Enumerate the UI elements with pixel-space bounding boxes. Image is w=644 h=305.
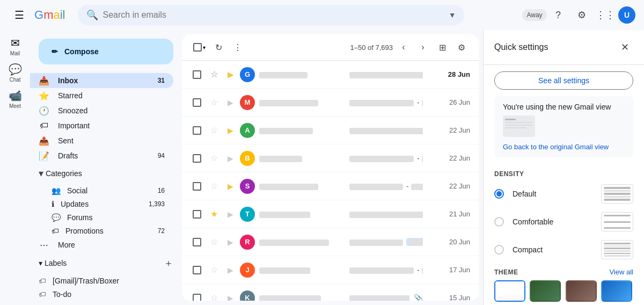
sidebar-item-promotions[interactable]: 🏷 Promotions 72 (30, 224, 173, 237)
row-star-button[interactable]: ☆ (208, 236, 221, 249)
table-row[interactable]: ☆ ▶ S 22 Jun (182, 172, 479, 200)
sender-name (259, 154, 345, 163)
chat-nav-item[interactable]: 💬 Chat (4, 61, 26, 85)
sidebar-label-trash-boxer[interactable]: 🏷 [Gmail]/Trash/Boxer (30, 274, 173, 287)
table-row[interactable]: ☆ ▶ A 22 Jun (182, 117, 479, 144)
compose-button[interactable]: ✏ Compose (39, 39, 173, 64)
row-important-button[interactable]: ▶ (225, 125, 236, 136)
row-checkbox[interactable] (191, 236, 203, 249)
sidebar-item-drafts[interactable]: 📝 Drafts 94 (30, 148, 173, 163)
prev-page-button[interactable]: ‹ (395, 39, 412, 56)
row-checkbox[interactable] (191, 208, 203, 221)
support-button[interactable]: ? (547, 4, 569, 26)
row-important-button[interactable]: ▶ (225, 293, 236, 301)
add-label-button[interactable]: ＋ (164, 257, 173, 270)
checkbox-box (193, 294, 201, 301)
go-back-original-link[interactable]: Go back to the original Gmail view (503, 143, 625, 151)
search-bar[interactable]: 🔍 ▼ (78, 5, 464, 25)
row-star-button[interactable]: ☆ (208, 96, 221, 109)
sidebar-item-updates[interactable]: ℹ Updates 1,393 (30, 197, 173, 210)
avatar: T (240, 207, 255, 222)
refresh-button[interactable]: ↻ (210, 39, 227, 56)
row-important-button[interactable]: ▶ (225, 209, 236, 220)
search-options-icon[interactable]: ▼ (449, 11, 456, 19)
email-snippet (417, 154, 423, 163)
avatar: K (240, 291, 255, 301)
row-star-button[interactable]: ☆ (208, 180, 221, 193)
theme-item-nature2[interactable] (566, 280, 597, 302)
see-all-settings-button[interactable]: See all settings (494, 71, 633, 90)
sidebar-item-inbox[interactable]: 📥 Inbox 31 (30, 73, 173, 88)
density-option-default[interactable]: Default (484, 180, 644, 208)
density-option-compact[interactable]: Compact (484, 236, 644, 264)
sidebar-item-starred[interactable]: ⭐ Starred (30, 88, 173, 103)
snoozed-label: Snoozed (58, 106, 165, 115)
row-important-button[interactable]: ▶ (225, 181, 236, 192)
row-important-button[interactable]: ▶ (225, 153, 236, 164)
row-checkbox[interactable] (191, 152, 203, 165)
email-date: 22 Jun (427, 154, 470, 162)
forums-label: Forums (67, 213, 92, 222)
row-important-button[interactable]: ▶ (225, 97, 236, 108)
row-important-button[interactable]: ▶ (225, 69, 236, 80)
row-star-button[interactable]: ☆ (208, 124, 221, 137)
email-snippet (417, 266, 423, 274)
row-important-button[interactable]: ▶ (225, 237, 236, 248)
row-star-button[interactable]: ☆ (208, 264, 221, 277)
subject-snippet (349, 126, 423, 135)
row-checkbox[interactable] (191, 96, 203, 109)
quick-settings-toggle[interactable]: ⚙ (453, 39, 470, 56)
table-row[interactable]: ★ ▶ T 21 Jun (182, 200, 479, 228)
table-row[interactable]: ☆ ▶ G 28 Jun (182, 61, 479, 89)
view-all-themes-button[interactable]: View all (609, 268, 633, 276)
row-important-button[interactable]: ▶ (225, 265, 236, 275)
table-row[interactable]: ☆ ▶ M 26 Jun (182, 89, 479, 117)
table-row[interactable]: ☆ ▶ K 📎 15 Jun (182, 284, 479, 301)
sidebar-item-social[interactable]: 👥 Social 16 (30, 184, 173, 197)
select-dropdown-icon[interactable]: ▾ (203, 45, 206, 50)
apps-button[interactable]: ⋮⋮ (595, 4, 616, 26)
avatar[interactable]: U (618, 6, 635, 24)
inbox-type-button[interactable]: ⊞ (434, 39, 451, 56)
row-checkbox[interactable] (191, 180, 203, 193)
sidebar-item-forums[interactable]: 💬 Forums (30, 210, 173, 224)
sidebar-label-todo[interactable]: 🏷 To-do (30, 287, 173, 301)
categories-section-header[interactable]: ▾ Categories (30, 163, 182, 184)
density-option-comfortable[interactable]: Comfortable (484, 208, 644, 236)
menu-button[interactable]: ☰ (9, 4, 30, 26)
row-checkbox[interactable] (191, 292, 203, 301)
table-row[interactable]: ☆ ▶ R 20 Jun (182, 228, 479, 256)
settings-button[interactable]: ⚙ (571, 4, 592, 26)
row-checkbox[interactable] (191, 124, 203, 137)
row-checkbox[interactable] (191, 264, 203, 277)
sidebar-item-important[interactable]: 🏷 Important (30, 118, 173, 133)
more-options-button[interactable]: ⋮ (229, 39, 246, 56)
row-star-button[interactable]: ☆ (208, 292, 221, 301)
row-star-button[interactable]: ☆ (208, 152, 221, 165)
table-row[interactable]: ☆ ▶ B 22 Jun (182, 144, 479, 172)
theme-item-colorful1[interactable] (601, 280, 632, 302)
compose-label: Compose (64, 47, 99, 56)
meet-nav-icon[interactable]: 📹 Meet (4, 87, 26, 111)
important-nav-icon: 🏷 (39, 120, 49, 131)
theme-item-nature1[interactable] (530, 280, 561, 302)
drafts-label: Drafts (58, 151, 149, 160)
theme-item-light[interactable] (494, 280, 525, 302)
row-star-button[interactable]: ☆ (208, 68, 221, 81)
sidebar-item-sent[interactable]: 📤 Sent (30, 133, 173, 148)
sidebar-item-snoozed[interactable]: 🕐 Snoozed (30, 103, 173, 118)
email-subject (349, 182, 403, 191)
table-row[interactable]: ☆ ▶ J 17 Jun (182, 256, 479, 284)
away-status-button[interactable]: Away (524, 4, 545, 26)
search-input[interactable] (103, 10, 444, 20)
sidebar-item-more[interactable]: ⋯ More (30, 237, 173, 252)
quick-settings-close-button[interactable]: ✕ (616, 39, 633, 56)
gmail-view-title: You're using the new Gmail view (503, 103, 625, 111)
row-star-button[interactable]: ★ (208, 208, 221, 221)
labels-chevron-icon[interactable]: ▾ (39, 259, 42, 267)
categories-chevron-icon: ▾ (39, 168, 43, 179)
mail-nav-icon[interactable]: ✉ Mail (6, 34, 24, 59)
next-page-button[interactable]: › (414, 39, 431, 56)
select-all-checkbox[interactable]: ▾ (191, 39, 208, 56)
row-checkbox[interactable] (191, 68, 203, 81)
